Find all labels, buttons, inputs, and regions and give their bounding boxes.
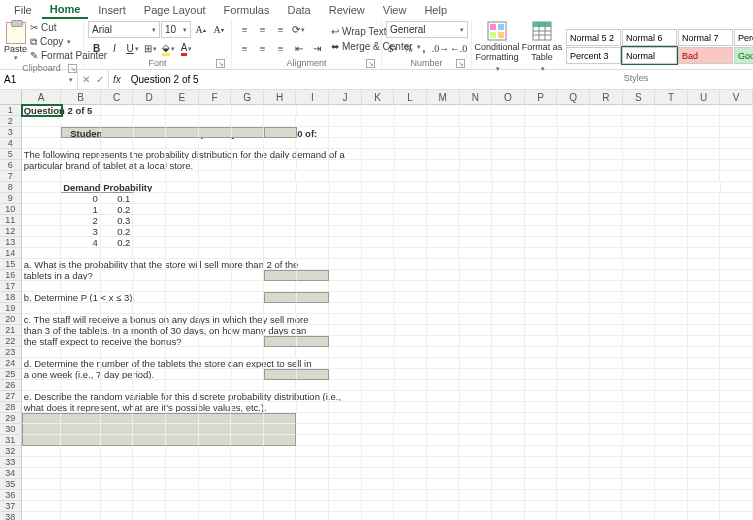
cell-A18[interactable]: b. Determine P (1 < x ≤ 3). xyxy=(22,292,62,303)
cell-V21[interactable] xyxy=(720,325,753,336)
cell-D21[interactable] xyxy=(134,325,167,336)
cell-U21[interactable] xyxy=(688,325,721,336)
cell-I9[interactable] xyxy=(296,193,329,204)
cell-H6[interactable] xyxy=(264,160,297,171)
cell-P37[interactable] xyxy=(525,501,558,512)
cell-O9[interactable] xyxy=(492,193,525,204)
col-header-G[interactable]: G xyxy=(231,90,264,105)
tab-review[interactable]: Review xyxy=(321,2,373,18)
cell-A3[interactable] xyxy=(22,127,61,138)
cell-O18[interactable] xyxy=(492,292,525,303)
cell-O35[interactable] xyxy=(492,479,525,490)
cell-E31[interactable] xyxy=(166,435,199,446)
alignment-dialog-launcher[interactable]: ↘ xyxy=(366,59,375,68)
cell-L17[interactable] xyxy=(394,281,427,292)
cell-M30[interactable] xyxy=(427,424,460,435)
cell-C24[interactable] xyxy=(101,358,134,369)
cell-S1[interactable] xyxy=(623,105,656,116)
row-header-6[interactable]: 6 xyxy=(0,160,22,171)
cell-F28[interactable] xyxy=(199,402,232,413)
cell-G34[interactable] xyxy=(231,468,264,479)
cell-K34[interactable] xyxy=(362,468,395,479)
comma-icon[interactable]: , xyxy=(417,40,431,57)
cell-H18[interactable] xyxy=(264,292,297,303)
cell-R25[interactable] xyxy=(590,369,623,380)
cell-L36[interactable] xyxy=(394,490,427,501)
cell-F12[interactable] xyxy=(199,226,232,237)
cell-D2[interactable] xyxy=(133,116,166,127)
cell-E3[interactable] xyxy=(166,127,199,138)
cell-J29[interactable] xyxy=(329,413,362,424)
cell-J10[interactable] xyxy=(329,204,362,215)
cell-N12[interactable] xyxy=(459,226,492,237)
cell-C8[interactable]: Probability xyxy=(101,182,134,193)
cell-O21[interactable] xyxy=(492,325,525,336)
cell-O2[interactable] xyxy=(492,116,525,127)
cell-F7[interactable] xyxy=(199,171,232,182)
cell-I29[interactable] xyxy=(296,413,329,424)
cell-D29[interactable] xyxy=(133,413,166,424)
cell-D23[interactable] xyxy=(133,347,166,358)
cell-S8[interactable] xyxy=(623,182,656,193)
cell-A24[interactable]: d. Determine the number of the tablets t… xyxy=(22,358,62,369)
col-header-M[interactable]: M xyxy=(427,90,460,105)
cell-B2[interactable] xyxy=(61,116,101,127)
cell-T36[interactable] xyxy=(655,490,688,501)
cell-N7[interactable] xyxy=(459,171,492,182)
col-header-N[interactable]: N xyxy=(460,90,493,105)
cell-P33[interactable] xyxy=(525,457,558,468)
cell-H29[interactable] xyxy=(264,413,297,424)
cell-J12[interactable] xyxy=(329,226,362,237)
cell-A37[interactable] xyxy=(22,501,62,512)
cell-A25[interactable]: a one week (i.e., 7 day period). xyxy=(22,369,62,380)
row-header-20[interactable]: 20 xyxy=(0,314,22,325)
cell-K4[interactable] xyxy=(362,138,395,149)
cell-E19[interactable] xyxy=(166,303,199,314)
cell-P7[interactable] xyxy=(525,171,558,182)
cell-J34[interactable] xyxy=(329,468,362,479)
cell-J17[interactable] xyxy=(329,281,362,292)
cell-Q19[interactable] xyxy=(557,303,590,314)
cell-G1[interactable] xyxy=(232,105,265,116)
cell-D32[interactable] xyxy=(133,446,166,457)
cell-K3[interactable] xyxy=(362,127,395,138)
cell-S19[interactable] xyxy=(622,303,655,314)
cell-G24[interactable] xyxy=(232,358,265,369)
cell-C18[interactable] xyxy=(101,292,134,303)
cell-U7[interactable] xyxy=(688,171,721,182)
cell-B22[interactable] xyxy=(62,336,101,347)
cell-K9[interactable] xyxy=(362,193,395,204)
cell-Q18[interactable] xyxy=(558,292,591,303)
cell-C1[interactable] xyxy=(101,105,134,116)
cell-H14[interactable] xyxy=(264,248,297,259)
cell-R24[interactable] xyxy=(590,358,623,369)
cell-C16[interactable] xyxy=(101,270,134,281)
cell-N37[interactable] xyxy=(459,501,492,512)
cell-F35[interactable] xyxy=(199,479,232,490)
cell-R1[interactable] xyxy=(590,105,623,116)
cell-S29[interactable] xyxy=(623,413,656,424)
cell-T3[interactable] xyxy=(655,127,688,138)
cell-D38[interactable] xyxy=(133,512,166,520)
cell-D31[interactable] xyxy=(133,435,166,446)
increase-font-icon[interactable]: A▴ xyxy=(192,21,209,38)
row-header-2[interactable]: 2 xyxy=(0,116,22,127)
cell-T26[interactable] xyxy=(655,380,688,391)
cell-M16[interactable] xyxy=(427,270,460,281)
align-left-icon[interactable]: ≡ xyxy=(236,40,253,57)
cell-D4[interactable] xyxy=(133,138,166,149)
cell-V36[interactable] xyxy=(720,490,753,501)
cell-P8[interactable] xyxy=(525,182,558,193)
row-header-23[interactable]: 23 xyxy=(0,347,22,358)
cell-P26[interactable] xyxy=(525,380,558,391)
cell-O20[interactable] xyxy=(492,314,525,325)
cell-E1[interactable] xyxy=(166,105,199,116)
cell-S2[interactable] xyxy=(622,116,655,127)
col-header-J[interactable]: J xyxy=(329,90,362,105)
cell-C23[interactable] xyxy=(101,347,134,358)
cell-S14[interactable] xyxy=(622,248,655,259)
cell-Q25[interactable] xyxy=(558,369,591,380)
col-header-U[interactable]: U xyxy=(688,90,721,105)
cell-M3[interactable] xyxy=(427,127,460,138)
cell-G31[interactable] xyxy=(231,435,264,446)
